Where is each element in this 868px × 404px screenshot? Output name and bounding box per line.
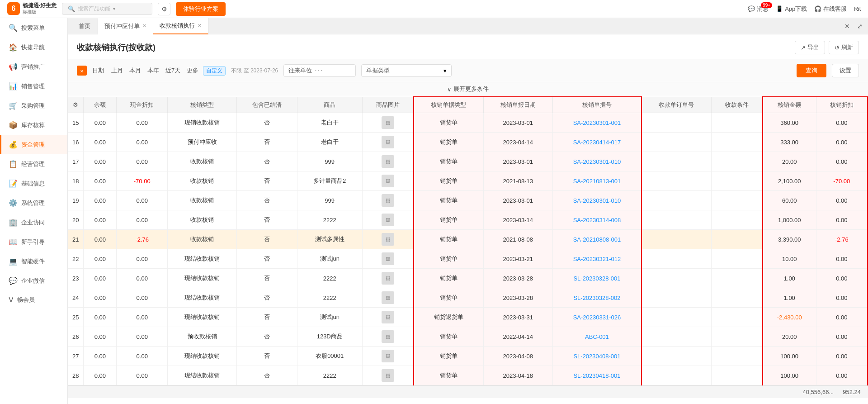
tab-collection[interactable]: 收款核销执行 ✕ <box>153 18 208 34</box>
bill-no-link[interactable]: SA-20230331-026 <box>573 314 621 321</box>
main-layout: 🔍搜索菜单🏠快捷导航📢营销推广📊销售管理🛒采购管理📦库存核算💰资金管理📋经营管理… <box>0 18 868 404</box>
search-box[interactable]: 🔍 搜索产品功能 ▾ <box>62 3 152 15</box>
page-content: 收款核销执行(按收款) ↗ 导出 ↺ 刷新 » 日期 <box>68 34 868 404</box>
sidebar-item-basic[interactable]: 📝基础信息 <box>0 174 67 193</box>
tab-prepay-close-icon[interactable]: ✕ <box>142 23 146 29</box>
table-row: 160.000.00预付冲应收否老白干🖼销货单2023-04-14SA-2023… <box>68 133 868 152</box>
sidebar-item-sales[interactable]: 📊销售管理 <box>0 76 67 96</box>
product-image-cell: 🖼 <box>362 327 414 347</box>
notification-badge: 99+ <box>761 2 772 8</box>
product-image-cell: 🖼 <box>362 113 414 133</box>
basic-icon: 📝 <box>9 179 18 188</box>
bill-no-link[interactable]: SA-20230301-010 <box>573 197 621 204</box>
chevron-down-icon: ▾ <box>113 6 115 11</box>
gear-button[interactable]: ⚙ <box>158 3 170 15</box>
table-row: 180.00-70.00收款核销否多计量商品2🖼销货单2021-08-13SA-… <box>68 171 868 191</box>
refresh-label: 刷新 <box>841 43 853 52</box>
bill-no-link[interactable]: SL-20230328-002 <box>573 295 620 301</box>
col-balance: 余额 <box>84 97 117 113</box>
phone-icon: 📱 <box>776 5 783 12</box>
bill-no-link[interactable]: SL-20230418-001 <box>573 372 620 379</box>
single-type-filter[interactable]: 单据类型 ▾ <box>361 64 452 77</box>
this-month-btn[interactable]: 本月 <box>127 66 143 76</box>
date-filter-group: 上月 本月 本年 近7天 更多 自定义 <box>109 66 226 76</box>
online-service-link[interactable]: 🎧 在线客服 <box>814 5 847 13</box>
custom-date-btn[interactable]: 自定义 <box>203 66 226 76</box>
system-icon: ⚙️ <box>9 199 18 207</box>
app-logo: 6 畅捷通·好生意 标推版 <box>7 2 57 15</box>
export-button[interactable]: ↗ 导出 <box>795 41 825 54</box>
search-icon: 🔍 <box>9 24 18 32</box>
product-image-cell: 🖼 <box>362 269 414 288</box>
table-row: 240.000.00现结收款核销否2222🖼销货单2023-03-28SL-20… <box>68 288 868 308</box>
bill-no-link[interactable]: SA-20230301-010 <box>573 158 621 165</box>
notification-area[interactable]: 💬 消息 99+ <box>748 5 769 13</box>
sidebar-label-system: 系统管理 <box>21 199 45 207</box>
sidebar-item-enterprise[interactable]: 🏢企业协同 <box>0 213 67 232</box>
sidebar-item-hardware[interactable]: 💻智能硬件 <box>0 252 67 271</box>
app-download-link[interactable]: 📱 App下载 <box>776 5 807 13</box>
export-icon: ↗ <box>801 44 806 51</box>
inventory-icon: 📦 <box>9 121 18 129</box>
bill-no-link[interactable]: SA-20230301-001 <box>573 119 621 126</box>
col-verify-bill-date: 核销单报日期 <box>483 97 552 113</box>
sidebar-item-wechat[interactable]: 💬企业微信 <box>0 271 67 290</box>
col-include-settled: 包含已结清 <box>237 97 297 113</box>
sidebar-item-marketing[interactable]: 📢营销推广 <box>0 57 67 76</box>
this-year-btn[interactable]: 本年 <box>146 66 161 76</box>
tab-home[interactable]: 首页 <box>71 19 98 34</box>
sidebar-item-search[interactable]: 🔍搜索菜单 <box>0 18 67 38</box>
sidebar-item-quick[interactable]: 🏠快捷导航 <box>0 38 67 57</box>
expand-more-bar[interactable]: ∨ 展开更多条件 <box>68 82 868 96</box>
sidebar-item-purchase[interactable]: 🛒采购管理 <box>0 96 67 115</box>
tab-prepay[interactable]: 预付冲应付单 ✕ <box>98 18 153 34</box>
tab-collection-label: 收款核销执行 <box>160 22 195 30</box>
bill-no-link[interactable]: SA-20230414-017 <box>573 139 621 146</box>
product-image-cell: 🖼 <box>362 210 414 230</box>
product-image-cell: 🖼 <box>362 133 414 152</box>
last-month-btn[interactable]: 上月 <box>109 66 125 76</box>
settings-button[interactable]: 设置 <box>832 64 859 77</box>
bill-no-link[interactable]: SA-20230321-012 <box>573 256 621 262</box>
refresh-button[interactable]: ↺ 刷新 <box>829 41 859 54</box>
bill-no-link[interactable]: SL-20230328-001 <box>573 275 620 282</box>
tab-close-all-icon[interactable]: ✕ <box>843 22 852 31</box>
wechat-icon: 💬 <box>9 276 18 285</box>
from-unit-label: 往来单位 <box>288 67 312 75</box>
sidebar-item-inventory[interactable]: 📦库存核算 <box>0 115 67 135</box>
table-wrapper: ⚙ 余额 现金折扣 核销类型 包含已结清 商品 商品图片 核销单据类型 核销单报… <box>68 96 868 404</box>
sidebar-label-purchase: 采购管理 <box>21 102 45 110</box>
sidebar-label-sales: 销售管理 <box>21 82 45 90</box>
sidebar-item-finance[interactable]: 💰资金管理 <box>0 135 67 154</box>
tab-expand-icon[interactable]: ⤢ <box>855 22 864 31</box>
bill-no-link[interactable]: SL-20230408-001 <box>573 353 620 360</box>
industry-solution-button[interactable]: 体验行业方案 <box>176 2 226 16</box>
bill-no-link[interactable]: SA-20230314-008 <box>573 217 621 223</box>
from-unit-filter[interactable]: 往来单位 ··· <box>283 64 356 77</box>
tab-collection-close-icon[interactable]: ✕ <box>198 23 202 29</box>
expand-filter-button[interactable]: » <box>77 66 87 76</box>
single-type-label: 单据类型 <box>366 67 441 75</box>
col-verify-bill-no: 核销单据号 <box>552 97 642 113</box>
col-setting[interactable]: ⚙ <box>68 97 84 113</box>
sidebar-label-quick: 快捷导航 <box>21 43 45 52</box>
sidebar-item-member[interactable]: V畅会员 <box>0 290 67 309</box>
product-image-cell: 🖼 <box>362 308 414 327</box>
bill-no-link[interactable]: SA-20210808-001 <box>573 236 621 243</box>
sidebar-item-system[interactable]: ⚙️系统管理 <box>0 193 67 213</box>
table-row: 210.00-2.76收款核销否测试多属性🖼销货单2021-08-08SA-20… <box>68 230 868 249</box>
bill-no-link[interactable]: ABC-001 <box>585 333 609 340</box>
marketing-icon: 📢 <box>9 62 18 71</box>
last-7days-btn[interactable]: 近7天 <box>164 66 182 76</box>
bill-no-link[interactable]: SA-20210813-001 <box>573 178 621 185</box>
more-date-btn[interactable]: 更多 <box>185 66 200 76</box>
sidebar-item-operation[interactable]: 📋经营管理 <box>0 154 67 174</box>
table-row: 270.000.00现结收款核销否衣服00001🖼销货单2023-04-08SL… <box>68 347 868 366</box>
col-product: 商品 <box>297 97 362 113</box>
sidebar-item-guide[interactable]: 📖新手引导 <box>0 232 67 252</box>
expand-more-label: 展开更多条件 <box>453 85 489 93</box>
col-cash-discount: 现金折扣 <box>117 97 168 113</box>
query-button[interactable]: 查询 <box>797 64 826 77</box>
col-verify-discount: 核销折扣 <box>816 97 868 113</box>
table-row: 260.000.00预收款核销否123D商品🖼销货单2022-04-14ABC-… <box>68 327 868 347</box>
